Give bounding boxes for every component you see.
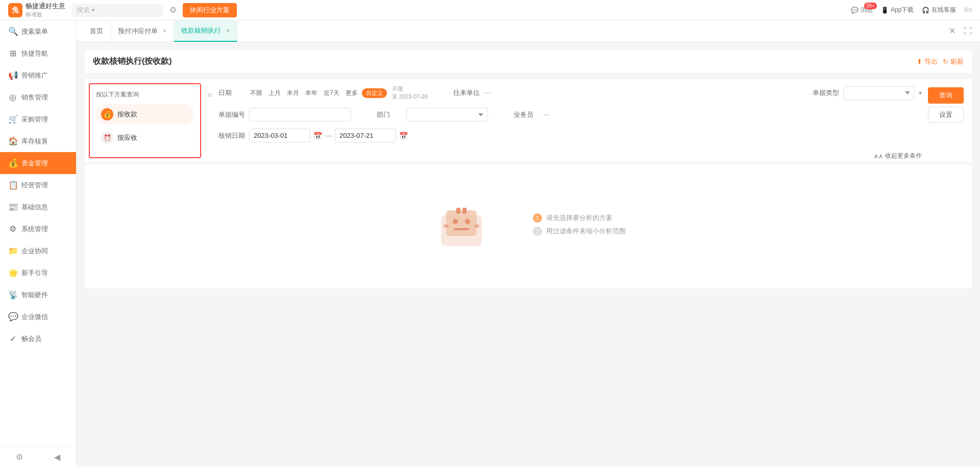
filter-collapse-toggle[interactable]: « (205, 87, 214, 102)
sidebar-item-purchase[interactable]: 🛒 采购管理 (0, 108, 76, 130)
content-area: 首页 预付冲应付单 × 收款核销执行 × ✕ ⛶ 收款核销执行(按收款) (77, 20, 980, 467)
sidebar-item-wecom[interactable]: 💬 企业微信 (0, 306, 76, 328)
hint-num-1: 1 (533, 213, 542, 223)
sidebar-item-sales[interactable]: ◎ 销售管理 (0, 86, 76, 108)
partner-label: 往来单位 (453, 88, 480, 97)
filter-row-3: 核销日期 📅 — 📅 (218, 129, 928, 142)
empty-state-area: 1 请先选择要分析的方案 2 用过滤条件来缩小分析范围 (85, 164, 972, 288)
logo-icon: 兔 (8, 3, 22, 17)
sidebar-item-search-menu[interactable]: 🔍 搜索菜单 (0, 20, 76, 42)
brand-name: 畅捷通好生意 (26, 2, 65, 11)
tab-close-all-button[interactable]: ✕ (947, 24, 958, 38)
doc-type-select[interactable] (843, 86, 915, 100)
sidebar-item-smart-hw[interactable]: 📡 智能硬件 (0, 284, 76, 306)
collapse-more-button[interactable]: ∧∧ 收起更多条件 (874, 152, 922, 160)
date-btn-unlimited[interactable]: 不限 (248, 88, 264, 99)
filter-option-by-receivable[interactable]: ⏰ 按应收 (96, 128, 194, 148)
message-button[interactable]: 💬 消息 99+ (851, 6, 873, 14)
query-button[interactable]: 查询 (928, 87, 964, 104)
message-icon: 💬 (851, 7, 859, 14)
sidebar-item-marketing[interactable]: 📢 营销推广 (0, 64, 76, 86)
doc-no-input[interactable] (249, 108, 351, 121)
filter-panel: 按以下方案查询 💰 按收款 ⏰ 按应收 « (85, 79, 972, 162)
hint-num-2: 2 (533, 227, 542, 236)
filter-row-2: 单据编号 部门 业务员 ··· (218, 108, 928, 121)
staff-label: 业务员 (513, 110, 539, 119)
date-btn-this-year[interactable]: 本年 (303, 88, 320, 99)
sidebar-item-system[interactable]: ⚙ 系统管理 (0, 218, 76, 240)
tab-bar: 首页 预付冲应付单 × 收款核销执行 × ✕ ⛶ (77, 20, 980, 42)
staff-group: 业务员 ··· (513, 110, 550, 119)
title-actions: ⬆ 导出 ↻ 刷新 (917, 57, 964, 66)
system-icon: ⚙ (8, 224, 17, 234)
svg-rect-6 (462, 208, 467, 214)
sidebar-item-enterprise[interactable]: 📁 企业协同 (0, 240, 76, 262)
verify-date-label: 核销日期 (218, 131, 245, 140)
verify-date-range: 📅 — 📅 (249, 129, 408, 142)
tab-prepaid-conflict[interactable]: 预付冲应付单 × (111, 20, 174, 42)
svg-point-3 (465, 219, 470, 224)
guide-icon: 🌟 (8, 268, 17, 278)
page-title: 收款核销执行(按收款) (93, 56, 172, 67)
staff-dots[interactable]: ··· (543, 110, 550, 119)
search-area[interactable]: 搜索 ▾ (71, 4, 163, 17)
verify-date-start-calendar-icon[interactable]: 📅 (313, 132, 322, 140)
doc-type-group: 单据类型 ▾ (813, 86, 922, 100)
sales-icon: ◎ (8, 92, 17, 102)
user-name[interactable]: Rit (964, 7, 972, 14)
empty-illustration (431, 195, 492, 258)
setting-button[interactable]: 设置 (928, 107, 964, 123)
tab-receipt-writeoff[interactable]: 收款核销执行 × (174, 20, 237, 42)
by-receipt-icon: 💰 (101, 108, 113, 120)
date-group: 日期 不限 上月 本月 本年 近7天 更多 自定义 (218, 88, 387, 99)
tab-close-receipt[interactable]: × (226, 27, 230, 34)
filter-fields: 日期 不限 上月 本月 本年 近7天 更多 自定义 (214, 79, 928, 162)
sidebar-item-operations[interactable]: 📋 经营管理 (0, 174, 76, 196)
sidebar-item-basic-info[interactable]: 📰 基础信息 (0, 196, 76, 218)
filter-panel-title: 按以下方案查询 (96, 90, 194, 99)
tab-close-prepaid[interactable]: × (163, 28, 166, 35)
sidebar-item-vip[interactable]: ✓ 畅会员 (0, 328, 76, 350)
export-button[interactable]: ⬆ 导出 (917, 57, 938, 66)
finance-icon: 💰 (8, 158, 17, 168)
date-btn-recent7[interactable]: 近7天 (322, 88, 341, 99)
dept-select[interactable] (406, 108, 488, 121)
date-note: 不限 至 2023-07-26 (392, 85, 428, 101)
refresh-button[interactable]: ↻ 刷新 (943, 57, 964, 66)
doc-type-label: 单据类型 (813, 88, 839, 97)
marketing-icon: 📢 (8, 70, 17, 80)
solution-button[interactable]: 休闲行业方案 (183, 3, 237, 17)
sidebar-item-finance[interactable]: 💰 资金管理 (0, 152, 76, 174)
tab-actions: ✕ ⛶ (947, 24, 974, 38)
verify-date-end-calendar-icon[interactable]: 📅 (399, 132, 408, 140)
svg-rect-4 (454, 228, 469, 230)
tab-home[interactable]: 首页 (83, 20, 111, 42)
date-btn-prev-month[interactable]: 上月 (266, 88, 283, 99)
verify-date-end-input[interactable] (335, 129, 396, 142)
app-download-button[interactable]: 📱 App下载 (881, 6, 914, 14)
doc-type-arrow[interactable]: ▾ (919, 89, 922, 96)
search-dropdown-icon: ▾ (92, 7, 94, 13)
sidebar-item-guide[interactable]: 🌟 新手引导 (0, 262, 76, 284)
smart-hw-icon: 📡 (8, 290, 17, 300)
vip-icon: ✓ (8, 334, 17, 343)
doc-no-group: 单据编号 (218, 108, 351, 121)
sidebar-item-quick-nav[interactable]: ⊞ 快捷导航 (0, 42, 76, 64)
date-btn-this-month[interactable]: 本月 (285, 88, 301, 99)
refresh-icon: ↻ (943, 58, 948, 65)
inventory-icon: 🏠 (8, 136, 17, 146)
online-service-button[interactable]: 🎧 在线客服 (922, 6, 956, 14)
sidebar-settings-icon[interactable]: ⚙ (16, 452, 23, 462)
sidebar-collapse-icon[interactable]: ◀ (54, 452, 60, 462)
tab-maximize-button[interactable]: ⛶ (962, 24, 974, 38)
by-receivable-icon: ⏰ (101, 132, 113, 144)
filter-option-by-receipt[interactable]: 💰 按收款 (96, 104, 194, 125)
date-btn-custom[interactable]: 自定义 (362, 88, 387, 98)
sidebar-item-inventory[interactable]: 🏠 库存核算 (0, 130, 76, 152)
gear-icon[interactable]: ⚙ (169, 5, 177, 15)
date-btn-more[interactable]: 更多 (344, 88, 360, 99)
empty-hint-1: 1 请先选择要分析的方案 (533, 213, 626, 223)
verify-date-start-input[interactable] (249, 129, 310, 142)
date-buttons: 不限 上月 本月 本年 近7天 更多 自定义 (248, 88, 387, 99)
partner-dots[interactable]: ··· (484, 88, 491, 97)
